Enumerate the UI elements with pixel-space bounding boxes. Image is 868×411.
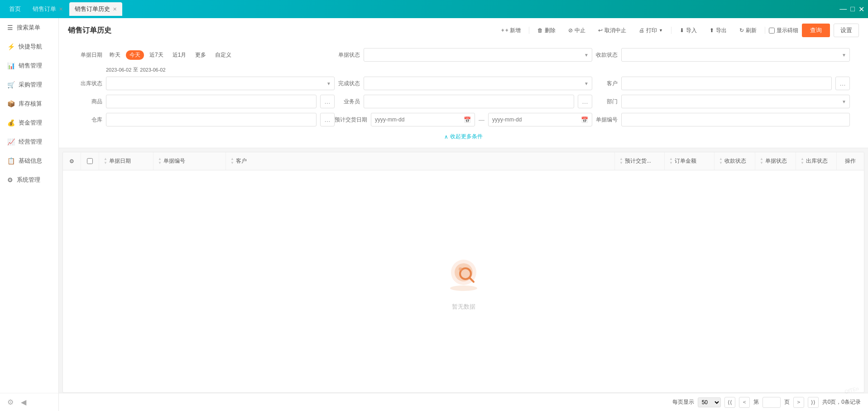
sidebar-item-finance[interactable]: 💰 资金管理	[0, 113, 58, 132]
page-word: 第	[753, 398, 759, 406]
first-page-button[interactable]: ⟨⟨	[724, 397, 735, 408]
date-chip-today[interactable]: 今天	[126, 50, 144, 60]
page-title: 销售订单历史	[68, 26, 111, 35]
date-chip-more[interactable]: 更多	[192, 50, 210, 60]
cancel-stop-icon: ↩	[598, 27, 603, 34]
tab-sales-order-history[interactable]: 销售订单历史 ✕	[69, 2, 122, 16]
bill-status-select[interactable]	[364, 48, 592, 62]
sidebar-bottom: ⚙ ◀	[0, 393, 58, 411]
sidebar-item-operations[interactable]: 📈 经营管理	[0, 132, 58, 151]
customer-ellipsis-button[interactable]: …	[835, 77, 850, 90]
sidebar-item-inventory[interactable]: 📦 库存核算	[0, 94, 58, 113]
date-chip-7days[interactable]: 近7天	[146, 50, 167, 60]
dept-select[interactable]	[621, 95, 850, 108]
out-status-select[interactable]	[106, 77, 335, 90]
th-amount: ▲ ▼ 订单金额	[665, 152, 715, 170]
filter-out-status-group: 出库状态 ▼	[77, 77, 335, 90]
date-chip-yesterday[interactable]: 昨天	[106, 50, 124, 60]
sidebar-item-sales[interactable]: 📊 销售管理	[0, 56, 58, 75]
pay-status-label: 收款状态	[592, 51, 618, 59]
warehouse-input[interactable]	[106, 113, 317, 126]
filter-goods-group: 商品 …	[77, 95, 335, 108]
display-toggle[interactable]: 显示碍细	[769, 27, 798, 34]
print-button[interactable]: 🖨 打印 ▼	[634, 24, 667, 37]
pay-sort-down-icon: ▼	[719, 161, 723, 165]
toolbar: + + 新增 🗑 删除 ⊘ 中止 ↩ 取消中止	[497, 24, 859, 37]
customer-sort-down-icon: ▼	[230, 161, 234, 165]
delivery-date-from[interactable]	[375, 116, 462, 123]
display-checkbox[interactable]	[769, 28, 775, 34]
complete-status-select[interactable]	[364, 77, 592, 90]
date-chips: 昨天 今天 近7天 近1月 更多 自定义	[106, 50, 335, 60]
sidebar-item-purchase[interactable]: 🛒 采购管理	[0, 75, 58, 94]
filter-row-2: 出库状态 ▼ 完成状态	[77, 77, 850, 90]
cancel-stop-button[interactable]: ↩ 取消中止	[594, 24, 631, 37]
pay-sort-arrows[interactable]: ▲ ▼	[719, 157, 723, 165]
minimize-button[interactable]: —	[839, 5, 847, 13]
close-tab-history-icon[interactable]: ✕	[113, 6, 117, 12]
page-size-select[interactable]: 50 10 20 100	[698, 397, 721, 407]
new-button[interactable]: + + 新增	[497, 24, 525, 37]
sidebar-gear-icon[interactable]: ⚙	[7, 398, 14, 406]
sidebar-item-system[interactable]: ⚙ 系统管理	[0, 170, 58, 189]
query-button[interactable]: 查询	[802, 24, 830, 37]
select-all-checkbox[interactable]	[87, 158, 93, 164]
date-chip-custom[interactable]: 自定义	[211, 50, 235, 60]
th-ops: 操作	[837, 152, 864, 170]
main-content: 销售订单历史 + + 新增 🗑 删除 ⊘ 中止	[59, 18, 868, 411]
import-button[interactable]: ⬇ 导入	[675, 24, 701, 37]
complete-status-select-wrapper: ▼	[364, 77, 592, 90]
table-header: ⚙ ▲ ▼ 单据日期 ▲ ▼ 单据编号	[63, 152, 864, 170]
next-page-button[interactable]: ＞	[793, 397, 804, 408]
delete-button[interactable]: 🗑 删除	[533, 24, 560, 37]
system-icon: ⚙	[7, 176, 13, 184]
customer-sort-arrows[interactable]: ▲ ▼	[230, 157, 234, 165]
tab-home[interactable]: 首页	[4, 2, 26, 16]
settings-button[interactable]: 设置	[834, 24, 859, 37]
filter-row-3: 商品 … 业务员 … 部门	[77, 95, 850, 108]
close-tab-sales-icon[interactable]: ✕	[59, 6, 63, 12]
delivery-date-to[interactable]	[492, 116, 579, 123]
goods-input[interactable]	[106, 95, 317, 108]
bill-no-input[interactable]	[621, 113, 850, 126]
page-header: 销售订单历史 + + 新增 🗑 删除 ⊘ 中止	[59, 18, 868, 148]
amount-sort-arrows[interactable]: ▲ ▼	[669, 157, 673, 165]
date-chip-1month[interactable]: 近1月	[169, 50, 190, 60]
staff-input[interactable]	[364, 95, 574, 108]
sidebar-item-search[interactable]: ☰ 搜索菜单	[0, 18, 58, 37]
finance-icon: 💰	[7, 119, 15, 126]
sidebar-expand-icon[interactable]: ◀	[21, 398, 26, 406]
warehouse-ellipsis-button[interactable]: …	[320, 113, 335, 126]
maximize-button[interactable]: □	[850, 5, 855, 13]
bill-sort-arrows[interactable]: ▲ ▼	[760, 157, 763, 165]
delivery-sort-arrows[interactable]: ▲ ▼	[619, 157, 623, 165]
last-page-button[interactable]: ⟩⟩	[808, 397, 819, 408]
sidebar-item-quicknav[interactable]: ⚡ 快捷导航	[0, 37, 58, 56]
th-num: ▲ ▼ 单据编号	[153, 152, 226, 170]
tab-sales-order[interactable]: 销售订单 ✕	[27, 2, 68, 16]
th-delivery: ▲ ▼ 预计交货...	[615, 152, 665, 170]
th-checkbox[interactable]	[81, 152, 99, 170]
prev-page-button[interactable]: ＜	[739, 397, 750, 408]
stop-button[interactable]: ⊘ 中止	[564, 24, 590, 37]
print-icon: 🖨	[639, 27, 644, 34]
goods-ellipsis-button[interactable]: …	[320, 95, 335, 108]
refresh-button[interactable]: ↻ 刷新	[735, 24, 761, 37]
pay-status-select[interactable]	[621, 48, 850, 62]
collapse-row[interactable]: ∧ 收起更多条件	[77, 131, 850, 142]
calendar-to-icon[interactable]: 📅	[581, 116, 588, 123]
sidebar-item-basics[interactable]: 📋 基础信息	[0, 151, 58, 170]
staff-ellipsis-button[interactable]: …	[578, 95, 592, 108]
close-button[interactable]: ✕	[858, 5, 864, 14]
th-gear[interactable]: ⚙	[63, 152, 81, 170]
num-sort-arrows[interactable]: ▲ ▼	[158, 157, 162, 165]
purchase-icon: 🛒	[7, 81, 15, 88]
out-sort-arrows[interactable]: ▲ ▼	[801, 157, 804, 165]
export-button[interactable]: ⬆ 导出	[705, 24, 731, 37]
filter-row-1: 单据日期 昨天 今天 近7天 近1月 更多 自定义 单据状态	[77, 48, 850, 62]
filter-area: 单据日期 昨天 今天 近7天 近1月 更多 自定义 单据状态	[68, 43, 859, 148]
page-number-input[interactable]: 1	[762, 397, 781, 408]
calendar-from-icon[interactable]: 📅	[464, 116, 471, 123]
customer-input[interactable]	[621, 77, 832, 90]
date-sort-arrows[interactable]: ▲ ▼	[104, 157, 107, 165]
